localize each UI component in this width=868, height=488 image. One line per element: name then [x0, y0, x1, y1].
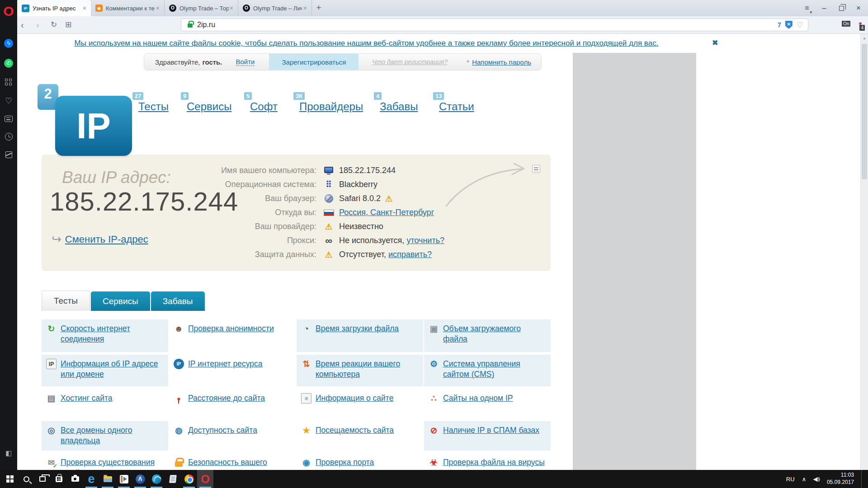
test-link[interactable]: Наличие IP в СПАМ базах [443, 425, 539, 436]
start-button[interactable] [2, 470, 18, 488]
edge-button[interactable]: e [83, 470, 99, 488]
clock[interactable]: 11:03 05.09.2017 [827, 472, 854, 486]
fix-protection-link[interactable]: исправить? [388, 250, 432, 259]
films-tv-button[interactable] [116, 470, 132, 488]
restore-button[interactable] [835, 1, 848, 15]
tab-fun[interactable]: Забавы [151, 291, 205, 311]
test-link[interactable]: Проверка порта [316, 457, 374, 468]
browser-toolbar: ‹ › ↻ ⊞ 2ip.ru 7 ✕ ♡ On U4 [17, 16, 868, 34]
cookie-notice-link[interactable]: Мы используем на нашем сайте файлы cooki… [75, 39, 659, 48]
location-link[interactable]: Россия, Санкт-Петербург [339, 208, 434, 217]
opera-menu-icon[interactable]: O [0, 0, 17, 18]
register-button[interactable]: Зарегистрироваться [269, 54, 359, 70]
test-link[interactable]: Расстояние до сайта [188, 393, 265, 404]
messenger-icon[interactable]: ϟ [4, 39, 13, 48]
new-tab-button[interactable]: + [312, 0, 326, 16]
test-link[interactable]: Доступность сайта [188, 425, 257, 436]
scroll-up-icon[interactable]: ▲ [861, 36, 868, 40]
test-link[interactable]: Объем загружаемого файла [443, 324, 546, 344]
tray-chevron-icon[interactable]: ∧ [802, 476, 807, 483]
task-view-button[interactable] [34, 470, 51, 488]
nav-item-providers[interactable]: 3К Провайдеры [299, 100, 363, 113]
search-button[interactable] [18, 470, 34, 488]
vpn-on-badge: On [842, 21, 850, 27]
store-button[interactable] [51, 470, 67, 488]
url-text[interactable]: 2ip.ru [197, 21, 215, 29]
test-link[interactable]: Время реакции вашего компьютера [316, 359, 419, 380]
test-link[interactable]: Посещаемость сайта [316, 425, 394, 436]
informer-note-icon[interactable] [532, 165, 540, 173]
test-link[interactable]: Время загрузки файла [316, 324, 399, 334]
language-indicator[interactable]: RU [786, 476, 795, 483]
change-ip-link[interactable]: Сменить IP-адрес [65, 234, 148, 245]
test-link[interactable]: Хостинг сайта [61, 393, 112, 404]
test-link[interactable]: Сайты на одном IP [443, 393, 513, 404]
tab-2ip[interactable]: IP Узнать IP адрес × [17, 0, 91, 16]
ip-resource-icon: IP [174, 359, 184, 369]
tab-tests[interactable]: Тесты [42, 291, 90, 311]
tab-close-icon[interactable]: × [302, 5, 308, 12]
ip-details: Имя вашего компьютера: 185.22.175.244 Оп… [182, 165, 444, 260]
nav-item-fun[interactable]: 4 Забавы [380, 100, 418, 113]
globe-app-button[interactable] [148, 470, 165, 488]
test-link[interactable]: Все домены одного владельца [61, 425, 164, 446]
proxy-detail-link[interactable]: уточнить? [406, 236, 444, 245]
file-explorer-button[interactable] [99, 470, 116, 488]
nordvpn-button[interactable]: Λ [132, 470, 148, 488]
tab-close-icon[interactable]: × [155, 5, 160, 12]
desktop: IP Узнать IP адрес × ☻ Комментарии к те … [0, 0, 868, 488]
bookmark-heart-icon[interactable]: ♡ [797, 20, 803, 30]
nav-item-articles[interactable]: 13 Статьи [439, 100, 474, 113]
nav-item-soft[interactable]: 5 Софт [250, 100, 278, 113]
tab-close-icon[interactable]: × [82, 5, 87, 12]
cookie-close-icon[interactable]: ✖ [712, 38, 718, 47]
test-link[interactable]: IP интернет ресурса [188, 359, 262, 369]
speed-dial-grid-icon[interactable] [5, 79, 12, 86]
history-icon[interactable] [5, 133, 13, 141]
tab-olymp-trade-1[interactable]: O Olymp Trade – Тор × [165, 0, 238, 16]
chrome-button[interactable] [181, 470, 197, 488]
close-window-button[interactable]: × [852, 1, 865, 15]
nav-item-tests[interactable]: 27 Тесты [138, 100, 169, 113]
test-link[interactable]: Информация о сайте [316, 393, 393, 404]
scrollbar-thumb[interactable] [862, 44, 867, 179]
test-link[interactable]: Система управления сайтом (CMS) [443, 359, 546, 380]
whatsapp-icon[interactable]: ✆ [4, 59, 13, 68]
address-bar[interactable]: 2ip.ru 7 ✕ ♡ [181, 19, 808, 31]
tab-menu-icon[interactable]: ≡▾ [800, 1, 814, 15]
volume-icon[interactable]: ◀)) [813, 476, 820, 482]
page-scrollbar[interactable]: ▲ [860, 34, 868, 470]
test-link[interactable]: Скорость интернет соединения [61, 324, 164, 344]
tab-services[interactable]: Сервисы [91, 291, 150, 311]
logo-ip-tile[interactable]: IP [55, 96, 132, 156]
detail-row-location: Откуда вы: Россия, Санкт-Петербург [182, 207, 444, 218]
minimize-button[interactable]: – [817, 1, 831, 15]
bookmarks-heart-icon[interactable]: ♡ [5, 97, 12, 105]
opera-button[interactable]: O [197, 470, 213, 488]
tab-close-icon[interactable]: × [229, 5, 234, 12]
camera-button[interactable] [67, 470, 83, 488]
forward-icon[interactable]: › [36, 19, 39, 31]
reload-icon[interactable]: ↻ [51, 19, 57, 31]
nav-item-services[interactable]: 9 Сервисы [187, 100, 231, 113]
test-link[interactable]: Проверка анонимности [188, 324, 274, 334]
speed-dial-icon[interactable]: ⊞ [65, 19, 71, 31]
site-traffic-icon: ★ [301, 425, 311, 436]
show-desktop-button[interactable] [861, 470, 863, 488]
adblock-shield-icon[interactable]: ✕ [785, 21, 793, 29]
back-icon[interactable]: ‹ [21, 19, 24, 31]
register-info-link[interactable]: Что дает регистрация? [372, 58, 448, 66]
personal-news-icon[interactable] [5, 116, 13, 122]
notepad-button[interactable] [165, 470, 181, 488]
sidebar-settings-icon[interactable]: ◧ [0, 449, 17, 457]
https-lock-icon [188, 23, 193, 28]
virus-check-icon: ☣ [429, 457, 439, 468]
tab-olymp-trade-2[interactable]: O Olymp Trade – Лич × [238, 0, 312, 16]
test-link[interactable]: Информация об IP адресе или домене [61, 359, 164, 380]
test-link[interactable]: Проверка файла на вирусы [443, 457, 545, 468]
remind-password-link[interactable]: Напомнить пароль [472, 58, 531, 66]
login-link[interactable]: Войти [236, 58, 255, 66]
tab-ok-comments[interactable]: ☻ Комментарии к те × [91, 0, 165, 16]
extensions-box-icon[interactable] [5, 151, 12, 158]
tab-title: Olymp Trade – Лич [253, 5, 302, 12]
